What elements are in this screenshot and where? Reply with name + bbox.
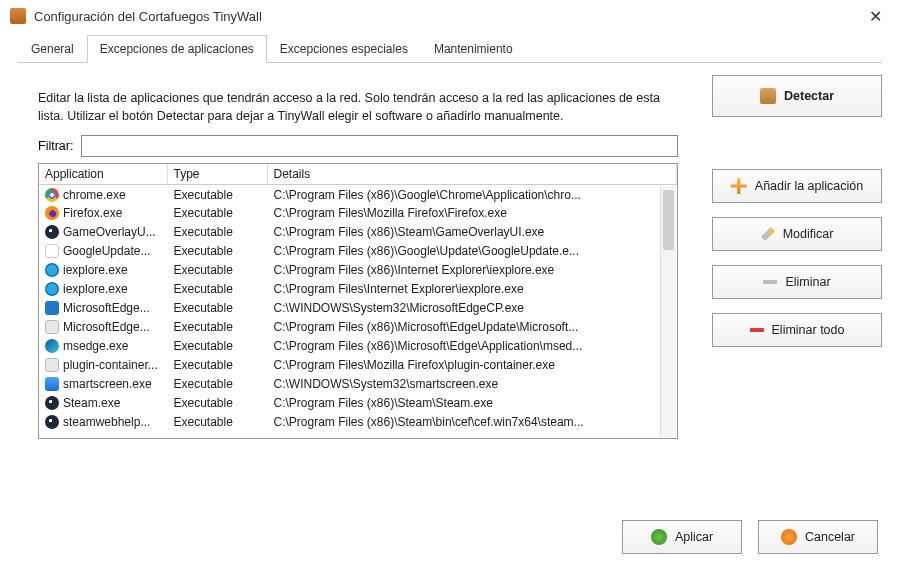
table-row[interactable]: msedge.exeExecutableC:\Program Files (x8… <box>39 337 677 356</box>
minus-icon <box>763 280 777 284</box>
app-details: C:\WINDOWS\System32\smartscreen.exe <box>267 375 677 394</box>
table-row[interactable]: MicrosoftEdge...ExecutableC:\WINDOWS\Sys… <box>39 299 677 318</box>
tab-app-exceptions[interactable]: Excepciones de aplicaciones <box>87 35 267 63</box>
apply-label: Aplicar <box>675 530 713 544</box>
app-type: Executable <box>167 242 267 261</box>
app-name: Firefox.exe <box>63 206 122 220</box>
app-details: C:\Program Files (x86)\Steam\Steam.exe <box>267 394 677 413</box>
app-icon <box>45 358 59 372</box>
table-row[interactable]: plugin-container...ExecutableC:\Program … <box>39 356 677 375</box>
cancel-button[interactable]: Cancelar <box>758 520 878 554</box>
plus-icon <box>731 178 747 194</box>
app-type: Executable <box>167 356 267 375</box>
app-icon <box>45 301 59 315</box>
table-row[interactable]: iexplore.exeExecutableC:\Program Files\I… <box>39 280 677 299</box>
modify-button[interactable]: Modificar <box>712 217 882 251</box>
titlebar: Configuración del Cortafuegos TinyWall ✕ <box>0 0 900 32</box>
col-header-type[interactable]: Type <box>167 164 267 185</box>
app-type: Executable <box>167 337 267 356</box>
app-name: chrome.exe <box>63 188 126 202</box>
cancel-label: Cancelar <box>805 530 855 544</box>
app-icon <box>45 282 59 296</box>
app-details: C:\Program Files (x86)\Microsoft\EdgeUpd… <box>267 318 677 337</box>
table-row[interactable]: iexplore.exeExecutableC:\Program Files (… <box>39 261 677 280</box>
delete-all-label: Eliminar todo <box>772 323 845 337</box>
close-icon[interactable]: ✕ <box>861 5 890 28</box>
add-label: Añadir la aplicación <box>755 179 863 193</box>
window-title: Configuración del Cortafuegos TinyWall <box>34 9 861 24</box>
app-details: C:\Program Files (x86)\Microsoft\Edge\Ap… <box>267 337 677 356</box>
apply-button[interactable]: Aplicar <box>622 520 742 554</box>
filter-label: Filtrar: <box>38 139 73 153</box>
app-icon <box>45 396 59 410</box>
app-icon <box>45 263 59 277</box>
table-row[interactable]: Steam.exeExecutableC:\Program Files (x86… <box>39 394 677 413</box>
app-type: Executable <box>167 280 267 299</box>
app-details: C:\Program Files (x86)\Steam\GameOverlay… <box>267 223 677 242</box>
app-name: GoogleUpdate... <box>63 244 150 258</box>
detect-label: Detectar <box>784 89 834 103</box>
app-type: Executable <box>167 299 267 318</box>
app-name: Steam.exe <box>63 396 120 410</box>
apply-icon <box>651 529 667 545</box>
delete-button[interactable]: Eliminar <box>712 265 882 299</box>
table-row[interactable]: chrome.exeExecutableC:\Program Files (x8… <box>39 185 677 204</box>
col-header-application[interactable]: Application <box>39 164 167 185</box>
app-type: Executable <box>167 204 267 223</box>
app-name: MicrosoftEdge... <box>63 301 150 315</box>
delete-all-button[interactable]: Eliminar todo <box>712 313 882 347</box>
app-details: C:\Program Files\Mozilla Firefox\plugin-… <box>267 356 677 375</box>
table-row[interactable]: GoogleUpdate...ExecutableC:\Program File… <box>39 242 677 261</box>
app-icon <box>45 320 59 334</box>
app-icon <box>45 225 59 239</box>
app-name: GameOverlayU... <box>63 225 156 239</box>
cancel-icon <box>781 529 797 545</box>
app-name: msedge.exe <box>63 339 128 353</box>
scrollbar-thumb[interactable] <box>663 190 674 250</box>
app-name: MicrosoftEdge... <box>63 320 150 334</box>
app-icon <box>45 206 59 220</box>
pencil-icon <box>761 227 775 241</box>
app-type: Executable <box>167 318 267 337</box>
delete-label: Eliminar <box>785 275 830 289</box>
app-type: Executable <box>167 413 267 432</box>
app-type: Executable <box>167 375 267 394</box>
applications-table: Application Type Details chrome.exeExecu… <box>38 163 678 439</box>
app-name: iexplore.exe <box>63 263 128 277</box>
app-icon <box>45 377 59 391</box>
box-icon <box>760 88 776 104</box>
tab-general[interactable]: General <box>18 35 87 63</box>
table-row[interactable]: smartscreen.exeExecutableC:\WINDOWS\Syst… <box>39 375 677 394</box>
app-icon <box>45 244 59 258</box>
app-details: C:\Program Files (x86)\Internet Explorer… <box>267 261 677 280</box>
app-icon <box>10 8 26 24</box>
app-name: iexplore.exe <box>63 282 128 296</box>
app-details: C:\Program Files\Internet Explorer\iexpl… <box>267 280 677 299</box>
table-scrollbar[interactable] <box>660 186 676 437</box>
col-header-details[interactable]: Details <box>267 164 677 185</box>
app-name: steamwebhelp... <box>63 415 150 429</box>
app-details: C:\WINDOWS\System32\MicrosoftEdgeCP.exe <box>267 299 677 318</box>
app-details: C:\Program Files (x86)\Google\Update\Goo… <box>267 242 677 261</box>
app-details: C:\Program Files (x86)\Steam\bin\cef\cef… <box>267 413 677 432</box>
app-type: Executable <box>167 261 267 280</box>
app-name: plugin-container... <box>63 358 158 372</box>
description-text: Editar la lista de aplicaciones que tend… <box>18 75 688 135</box>
modify-label: Modificar <box>783 227 834 241</box>
app-details: C:\Program Files\Mozilla Firefox\Firefox… <box>267 204 677 223</box>
add-application-button[interactable]: Añadir la aplicación <box>712 169 882 203</box>
detect-button[interactable]: Detectar <box>712 75 882 117</box>
app-details: C:\Program Files (x86)\Google\Chrome\App… <box>267 185 677 204</box>
table-row[interactable]: MicrosoftEdge...ExecutableC:\Program Fil… <box>39 318 677 337</box>
filter-input[interactable] <box>81 135 678 157</box>
app-name: smartscreen.exe <box>63 377 152 391</box>
table-row[interactable]: GameOverlayU...ExecutableC:\Program File… <box>39 223 677 242</box>
table-row[interactable]: Firefox.exeExecutableC:\Program Files\Mo… <box>39 204 677 223</box>
tab-bar: General Excepciones de aplicaciones Exce… <box>18 34 882 63</box>
tab-maintenance[interactable]: Mantenimiento <box>421 35 526 63</box>
app-type: Executable <box>167 394 267 413</box>
app-type: Executable <box>167 223 267 242</box>
app-icon <box>45 415 59 429</box>
table-row[interactable]: steamwebhelp...ExecutableC:\Program File… <box>39 413 677 432</box>
tab-special-exceptions[interactable]: Excepciones especiales <box>267 35 421 63</box>
